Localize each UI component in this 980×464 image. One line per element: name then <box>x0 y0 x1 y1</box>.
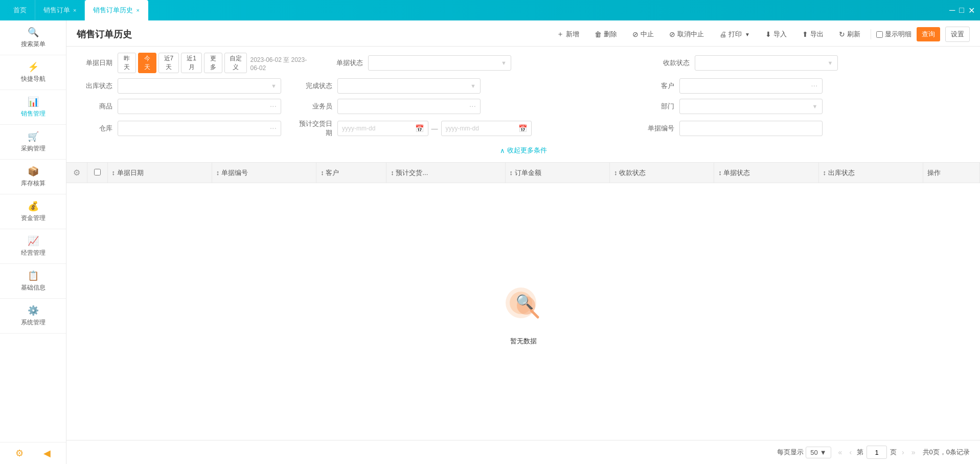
expected-date-range: yyyy-mm-dd 📅 — yyyy-mm-dd 📅 <box>337 121 532 136</box>
refresh-button[interactable]: ↻ 刷新 <box>834 27 865 41</box>
col-order-no-text: 单据编号 <box>221 169 248 176</box>
col-customer: ↕ 客户 <box>316 163 386 183</box>
calendar-from-icon: 📅 <box>415 124 424 132</box>
outbound-status-select[interactable]: ▼ <box>118 78 281 94</box>
cancel-stop-button[interactable]: ⊘ 取消中止 <box>664 27 709 41</box>
sidebar-item-quick-nav[interactable]: ⚡ 快捷导航 <box>0 55 66 90</box>
date-custom-btn[interactable]: 自定义 <box>224 53 247 73</box>
last-page-btn[interactable]: » <box>909 447 918 457</box>
filter-area: 单据日期 昨天 今天 近7天 近1月 更多 自定义 2023-06-02 至 2… <box>66 47 980 163</box>
salesperson-dots[interactable]: ··· <box>469 102 476 111</box>
collapse-link[interactable]: ∧ 收起更多条件 <box>77 143 970 156</box>
purchase-mgmt-icon: 🛒 <box>28 131 39 142</box>
print-button[interactable]: 🖨 打印 ▼ <box>714 27 755 41</box>
completion-status-select[interactable]: ▼ <box>337 78 481 94</box>
collapse-label: 收起更多条件 <box>507 146 547 155</box>
top-bar: 首页 销售订单 × 销售订单历史 × ─ □ ✕ <box>0 0 980 20</box>
order-no-input[interactable] <box>679 121 823 136</box>
query-button[interactable]: 查询 <box>917 27 940 41</box>
select-all-checkbox[interactable] <box>94 169 101 175</box>
quick-nav-icon: ⚡ <box>28 61 39 73</box>
export-label: 导出 <box>810 30 824 39</box>
col-order-status: ↕ 单据状态 <box>714 163 818 183</box>
page-size-box[interactable]: 50 ▼ <box>806 447 831 458</box>
delete-button[interactable]: 🗑 删除 <box>589 27 622 41</box>
customer-input[interactable]: ··· <box>679 78 823 94</box>
sidebar-item-purchase-mgmt[interactable]: 🛒 采购管理 <box>0 125 66 160</box>
empty-state: 🔍 暂无数据 <box>66 183 980 440</box>
first-page-btn[interactable]: « <box>836 447 845 457</box>
sidebar-item-inventory-calc[interactable]: 📦 库存核算 <box>0 160 66 194</box>
refresh-label: 刷新 <box>847 30 860 39</box>
department-label: 部门 <box>639 102 679 111</box>
col-action-text: 操作 <box>927 169 941 176</box>
outbound-status-arrow: ▼ <box>271 83 277 89</box>
sidebar-item-finance-mgmt[interactable]: 💰 资金管理 <box>0 194 66 229</box>
sidebar-item-ops-mgmt[interactable]: 📈 经营管理 <box>0 229 66 264</box>
col-outbound-status-text: 出库状态 <box>828 169 855 176</box>
tab-home-label: 首页 <box>13 6 27 15</box>
product-input[interactable]: ··· <box>118 99 281 114</box>
refresh-icon: ↻ <box>839 30 845 38</box>
main-layout: 🔍 搜索菜单 ⚡ 快捷导航 📊 销售管理 🛒 采购管理 📦 库存核算 💰 资金管… <box>0 20 980 464</box>
department-select[interactable]: ▼ <box>679 99 823 114</box>
product-dots[interactable]: ··· <box>270 102 277 111</box>
expected-date-from[interactable]: yyyy-mm-dd 📅 <box>337 121 428 136</box>
delete-label: 删除 <box>604 30 617 39</box>
settings-button[interactable]: 设置 <box>945 27 970 42</box>
page-size-value: 50 <box>810 449 817 456</box>
expected-date-to[interactable]: yyyy-mm-dd 📅 <box>441 121 532 136</box>
stop-button[interactable]: ⊘ 中止 <box>627 27 659 41</box>
date-yesterday-btn[interactable]: 昨天 <box>118 53 136 73</box>
prev-page-btn[interactable]: ‹ <box>847 447 854 457</box>
sidebar-item-search-menu[interactable]: 🔍 搜索菜单 <box>0 20 66 55</box>
sidebar-settings-icon[interactable]: ⚙ <box>15 448 24 459</box>
toolbar-divider <box>871 29 871 39</box>
date-more-btn[interactable]: 更多 <box>204 53 222 73</box>
toolbar: ＋ 新增 🗑 删除 ⊘ 中止 ⊘ 取消中止 🖨 打印 <box>552 27 970 42</box>
delete-icon: 🗑 <box>595 30 602 38</box>
date-quick-btns: 昨天 今天 近7天 近1月 更多 自定义 <box>118 53 247 73</box>
collapse-up-icon: ∧ <box>500 147 505 154</box>
table-settings-icon[interactable]: ⚙ <box>73 168 80 177</box>
tab-sales-order-close[interactable]: × <box>73 7 76 13</box>
sidebar-item-sales-mgmt[interactable]: 📊 销售管理 <box>0 90 66 125</box>
warehouse-dots[interactable]: ··· <box>270 124 277 133</box>
date-last1m-btn[interactable]: 近1月 <box>181 53 202 73</box>
customer-label: 客户 <box>639 81 679 91</box>
warehouse-label: 仓库 <box>77 124 118 133</box>
col-outbound-status: ↕ 出库状态 <box>818 163 923 183</box>
tab-sales-order-history[interactable]: 销售订单历史 × <box>85 0 148 20</box>
col-order-no: ↕ 单据编号 <box>212 163 316 183</box>
import-button[interactable]: ⬇ 导入 <box>760 27 792 41</box>
sidebar-item-sys-mgmt[interactable]: ⚙️ 系统管理 <box>0 299 66 334</box>
maximize-icon[interactable]: □ <box>959 6 964 15</box>
tab-home[interactable]: 首页 <box>5 0 35 20</box>
cancel-stop-label: 取消中止 <box>677 30 704 39</box>
date-last7-btn[interactable]: 近7天 <box>158 53 179 73</box>
sidebar-item-basic-info[interactable]: 📋 基础信息 <box>0 264 66 299</box>
page-input[interactable] <box>867 446 887 459</box>
tab-sales-order-history-close[interactable]: × <box>136 7 139 13</box>
status-select[interactable]: ▼ <box>368 55 511 71</box>
receipt-status-select[interactable]: ▼ <box>695 55 838 71</box>
sidebar-collapse-icon[interactable]: ◀ <box>43 448 51 459</box>
tab-sales-order[interactable]: 销售订单 × <box>35 0 85 20</box>
warehouse-input[interactable]: ··· <box>118 121 281 136</box>
col-receipt-status: ↕ 收款状态 <box>609 163 714 183</box>
sidebar-item-sys-mgmt-label: 系统管理 <box>21 318 45 327</box>
display-toggle-checkbox[interactable] <box>876 31 883 38</box>
page-size-arrow: ▼ <box>820 449 827 456</box>
col-order-amount-sort: ↕ <box>510 169 515 176</box>
display-toggle-label[interactable]: 显示明细 <box>876 30 911 39</box>
expected-date-from-text: yyyy-mm-dd <box>342 125 375 132</box>
sidebar: 🔍 搜索菜单 ⚡ 快捷导航 📊 销售管理 🛒 采购管理 📦 库存核算 💰 资金管… <box>0 20 66 464</box>
date-today-btn[interactable]: 今天 <box>138 53 156 73</box>
export-button[interactable]: ⬆ 导出 <box>797 27 829 41</box>
add-button[interactable]: ＋ 新增 <box>552 27 584 41</box>
customer-dots[interactable]: ··· <box>811 81 817 91</box>
salesperson-input[interactable]: ··· <box>337 99 481 114</box>
minimize-icon[interactable]: ─ <box>949 6 955 15</box>
next-page-btn[interactable]: › <box>900 447 906 457</box>
close-window-icon[interactable]: ✕ <box>968 6 975 15</box>
